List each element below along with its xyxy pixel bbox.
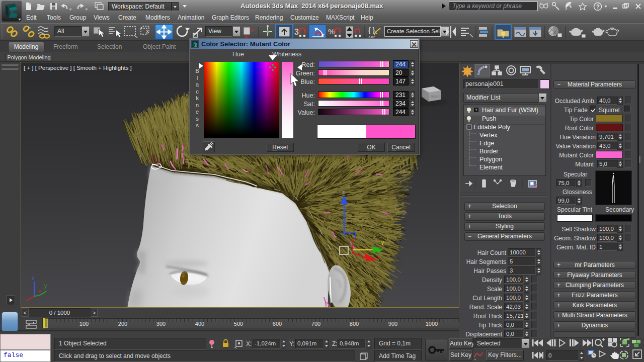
svg-text:z: z: [342, 190, 345, 195]
svg-text:x: x: [377, 254, 380, 260]
svg-text:x: x: [38, 289, 41, 294]
svg-text:3: 3: [294, 28, 299, 36]
svg-text:RIGHT: RIGHT: [431, 95, 440, 98]
svg-text:y: y: [44, 283, 47, 289]
svg-text:?: ?: [596, 4, 600, 10]
svg-text:**: **: [28, 26, 31, 31]
svg-text:%: %: [328, 27, 335, 36]
svg-text:{ }: { }: [368, 26, 375, 34]
svg-text:y: y: [381, 240, 384, 245]
svg-text:z: z: [32, 276, 34, 281]
